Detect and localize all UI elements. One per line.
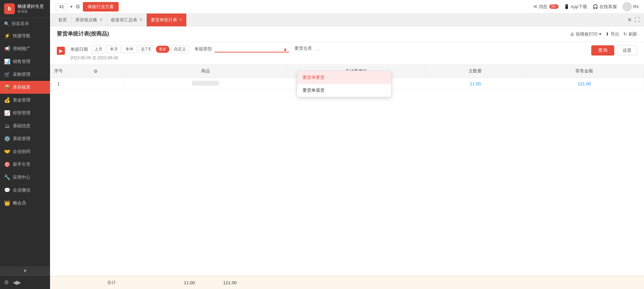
header-gear-icon[interactable]: ⚙: [75, 3, 80, 10]
tab-order-summary-close[interactable]: ✕: [179, 18, 182, 22]
sidebar-scroll-down[interactable]: ▼: [0, 266, 50, 275]
filter-settings-btn[interactable]: 设置: [617, 45, 637, 55]
messages-btn[interactable]: ✉ 消息 99+: [533, 4, 558, 10]
filter-type-input[interactable]: [215, 45, 289, 52]
sidebar-item-purchase[interactable]: 🛒 采购管理: [0, 68, 50, 81]
tab-bar: 首页 库存批次账 ✕ 收发存汇总表 ✕ 要货单统计表 ✕ ✕ ⛶: [50, 14, 644, 26]
message-icon: ✉: [533, 4, 537, 9]
sidebar-item-enterprise[interactable]: 🤝 企业协同: [0, 145, 50, 158]
refresh-btn[interactable]: ↻ 刷新: [623, 31, 637, 37]
trial-button[interactable]: 体验行业方案: [83, 2, 119, 12]
tab-order-summary[interactable]: 要货单统计表 ✕: [147, 14, 187, 26]
sidebar-search[interactable]: 🔍 搜索菜单: [0, 18, 50, 29]
sidebar-item-guide[interactable]: 🎯 新手引导: [0, 158, 50, 171]
membership-icon: 👑: [4, 200, 10, 206]
col-settings[interactable]: ⚙: [67, 65, 124, 78]
online-service-btn[interactable]: 🎧 在线客服: [593, 4, 617, 10]
sidebar-item-wechat[interactable]: 💬 企业微信: [0, 184, 50, 197]
sidebar-item-label: 畅会员: [13, 200, 26, 206]
sidebar-item-marketing[interactable]: 📢 营销推广: [0, 42, 50, 55]
page-title: 要货单统计表(按商品): [57, 30, 109, 38]
filter-right: 查询 设置: [591, 45, 637, 55]
tab-close-all-btn[interactable]: ✕: [627, 17, 632, 23]
online-service-icon: 🎧: [593, 4, 598, 9]
tab-receipt-summary-close[interactable]: ✕: [139, 18, 142, 22]
sidebar-item-system[interactable]: ⚙️ 系统管理: [0, 132, 50, 145]
collapse-icon[interactable]: ◀▶: [13, 279, 21, 286]
logo-area: b 畅捷通好生意 标准版: [0, 0, 50, 18]
filter-type-chevron-icon[interactable]: ▲: [283, 46, 288, 52]
app-download-btn[interactable]: 📱 App下载: [564, 4, 587, 10]
filter-date-options: 上月 本月 本年 近7天 更多 自定义: [91, 45, 189, 53]
online-service-label: 在线客服: [599, 4, 617, 10]
wechat-icon: 💬: [4, 187, 10, 193]
tab-home[interactable]: 首页: [54, 14, 71, 26]
sidebar-item-sales[interactable]: 📊 销售管理: [0, 55, 50, 68]
header-left: 41 ▾ ⚙ 体验行业方案: [55, 2, 528, 12]
filter-date-this-month[interactable]: 本月: [107, 45, 121, 53]
sidebar-item-label: 库存核算: [13, 84, 30, 90]
sidebar-item-quick-nav[interactable]: ⚡ 快捷导航: [0, 29, 50, 42]
tab-order-summary-label: 要货单统计表: [151, 17, 177, 23]
filter-warehouse-dots[interactable]: …: [315, 45, 320, 51]
tab-receipt-summary[interactable]: 收发存汇总表 ✕: [107, 14, 147, 26]
sidebar-nav: ⚡ 快捷导航 📢 营销推广 📊 销售管理 🛒 采购管理 📦 库存核算 💰 资金管…: [0, 29, 50, 266]
filter-date-label: 单据日期: [70, 46, 88, 52]
sidebar-item-label: 经营管理: [13, 110, 30, 116]
tab-inventory-batch[interactable]: 库存批次账 ✕: [71, 14, 107, 26]
product-placeholder: [192, 81, 219, 86]
guide-icon: 🎯: [4, 161, 10, 168]
cell-product: [124, 78, 287, 90]
sidebar-item-label: 营销推广: [13, 46, 30, 52]
col-amount: 零售金额: [525, 65, 644, 78]
filter-date-custom[interactable]: 自定义: [171, 45, 189, 53]
sidebar-item-app-center[interactable]: 🔧 应用中心: [0, 171, 50, 184]
dropdown-item-order-return[interactable]: 要货单退货: [297, 84, 391, 97]
settings-footer-icon[interactable]: ⚙: [4, 279, 9, 286]
filter-date-last-month[interactable]: 上月: [91, 45, 105, 53]
table-footer: 合计 11.00 121.00: [50, 276, 644, 289]
tab-bar-actions: ✕ ⛶: [627, 17, 640, 23]
marketing-icon: 📢: [4, 46, 10, 52]
tab-receipt-summary-label: 收发存汇总表: [111, 17, 137, 23]
type-dropdown: 要货单要货 要货单退货: [297, 71, 391, 97]
filter-date-this-year[interactable]: 本年: [122, 45, 137, 53]
enterprise-icon: 🤝: [4, 149, 10, 155]
operations-icon: 📈: [4, 110, 10, 116]
sidebar-item-basic-info[interactable]: 🗂 基础信息: [0, 119, 50, 132]
filter-expand-btn[interactable]: ▶: [57, 47, 65, 55]
sidebar-item-membership[interactable]: 👑 畅会员: [0, 197, 50, 209]
sidebar-item-operations[interactable]: 📈 经营管理: [0, 107, 50, 119]
tab-chevron-icon[interactable]: ▾: [70, 4, 73, 9]
sidebar-item-label: 企业微信: [13, 187, 30, 193]
app-download-icon: 📱: [564, 4, 569, 9]
dropdown-item-order-goods[interactable]: 要货单要货: [297, 71, 391, 84]
print-icon: 🖨: [570, 31, 574, 37]
filter-date-7days[interactable]: 近7天: [138, 45, 154, 53]
sidebar-item-inventory[interactable]: 📦 库存核算: [0, 81, 50, 94]
page-content: 要货单统计表(按商品) 🖨 按模板打印 ▾ ⬇ 导出 ↻ 刷新 ▶: [50, 26, 644, 289]
main-area: 41 ▾ ⚙ 体验行业方案 ✉ 消息 99+ 📱 App下载 🎧 在线客服 Ri…: [50, 0, 644, 289]
message-badge: 99+: [549, 4, 558, 9]
query-btn[interactable]: 查询: [591, 45, 614, 55]
sidebar-item-label: 企业协同: [13, 149, 30, 155]
col-quantity: 主数量: [426, 65, 525, 78]
filter-date-more[interactable]: 更多: [156, 46, 169, 53]
tab-inventory-batch-close[interactable]: ✕: [99, 18, 102, 22]
print-btn[interactable]: 🖨 按模板打印 ▾: [570, 31, 601, 37]
cell-amount[interactable]: 121.00: [525, 78, 644, 90]
print-chevron-icon: ▾: [599, 31, 601, 37]
export-btn[interactable]: ⬇ 导出: [605, 31, 619, 37]
filter-date-range: 2023-05-06 至 2023-06-06: [70, 55, 118, 61]
sidebar-item-label: 快捷导航: [13, 33, 30, 39]
cell-quantity[interactable]: 11.00: [426, 78, 525, 90]
logo-icon: b: [4, 3, 15, 14]
export-icon: ⬇: [605, 31, 609, 37]
footer-quantity: 11.00: [169, 280, 210, 285]
user-area[interactable]: Rit: [622, 2, 639, 12]
tab-maximize-btn[interactable]: ⛶: [635, 17, 640, 23]
sidebar-item-finance[interactable]: 💰 资金管理: [0, 94, 50, 107]
export-label: 导出: [611, 31, 619, 37]
sales-icon: 📊: [4, 59, 10, 65]
filter-date-range-row: 2023-05-06 至 2023-06-06: [70, 55, 189, 61]
